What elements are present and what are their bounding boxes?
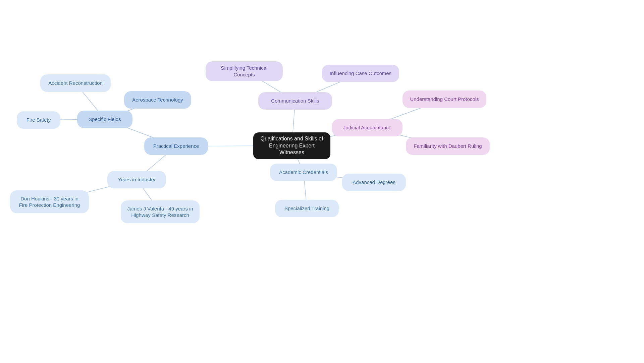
- aerospace-technology-node: Aerospace Technology: [124, 91, 191, 109]
- specialized-training-node: Specialized Training: [275, 200, 339, 217]
- center-node: Qualifications and Skills of Engineering…: [253, 132, 330, 159]
- judicial-acquaintance-node: Judicial Acquaintance: [332, 119, 402, 136]
- academic-credentials-node: Academic Credentials: [270, 164, 337, 181]
- don-hopkins-node: Don Hopkins - 30 years in Fire Protectio…: [10, 190, 89, 213]
- communication-skills-node: Communication Skills: [258, 92, 332, 110]
- james-valenta-node: James J Valenta - 49 years in Highway Sa…: [121, 200, 200, 223]
- understanding-court-node: Understanding Court Protocols: [402, 90, 486, 108]
- simplifying-technical-node: Simplifying Technical Concepts: [206, 61, 283, 81]
- familiarity-daubert-node: Familiarity with Daubert Ruling: [406, 137, 490, 155]
- advanced-degrees-node: Advanced Degrees: [342, 174, 406, 191]
- mind-map: Qualifications and Skills of Engineering…: [0, 0, 644, 363]
- fire-safety-node: Fire Safety: [17, 111, 60, 129]
- connection-lines: [0, 0, 644, 363]
- years-in-industry-node: Years in Industry: [107, 171, 166, 188]
- influencing-case-node: Influencing Case Outcomes: [322, 65, 399, 82]
- specific-fields-node: Specific Fields: [77, 111, 132, 128]
- practical-experience-node: Practical Experience: [144, 137, 208, 155]
- accident-reconstruction-node: Accident Reconstruction: [40, 74, 111, 92]
